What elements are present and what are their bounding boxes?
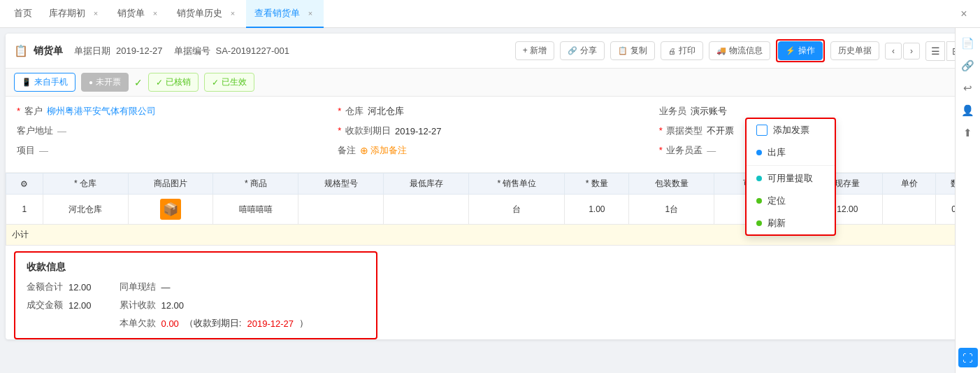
tab-home[interactable]: 首页 bbox=[6, 0, 41, 28]
warehouse-out-item[interactable]: 出库 bbox=[747, 141, 835, 164]
doc-number-label: 单据编号 SA-20191227-001 bbox=[174, 45, 290, 57]
staff-value: 演示账号 bbox=[691, 105, 727, 118]
ticket-type-value: 不开票 bbox=[707, 125, 734, 137]
history-button[interactable]: 历史单据 bbox=[830, 41, 879, 60]
col-spec: 规格型号 bbox=[298, 174, 384, 195]
col-product-img: 商品图片 bbox=[128, 174, 213, 195]
warehouse-out-icon bbox=[756, 150, 762, 155]
nav-arrows: ‹ › bbox=[885, 43, 920, 59]
same-order-settle-item: 同单现结 — bbox=[120, 281, 308, 293]
form-row-1: * 客户 柳州粤港平安气体有限公司 * 仓库 河北仓库 业务员 演示账号 bbox=[17, 105, 963, 118]
not-open-button[interactable]: ● 未开票 bbox=[81, 73, 129, 92]
window-close-button[interactable]: × bbox=[953, 3, 974, 24]
tab-view-sales[interactable]: 查看销货单 × bbox=[246, 0, 324, 28]
from-mobile-button[interactable]: 📱 来自手机 bbox=[14, 73, 75, 92]
deal-amount-value: 12.00 bbox=[69, 300, 92, 311]
share-button[interactable]: 🔗 分享 bbox=[560, 41, 605, 60]
col-product: * 商品 bbox=[213, 174, 298, 195]
payment-title: 收款信息 bbox=[27, 261, 365, 274]
sidebar-link-icon[interactable]: 🔗 bbox=[958, 56, 978, 76]
nav-next[interactable]: › bbox=[903, 43, 920, 59]
tab-inventory-init[interactable]: 库存期初 × bbox=[41, 0, 109, 28]
doc-actions: + 新增 🔗 分享 📋 复制 🖨 打印 🚚 物流信息 ⚡ 操作 bbox=[515, 39, 966, 62]
row-unit: 台 bbox=[469, 195, 565, 225]
copy-button[interactable]: 📋 复制 bbox=[610, 41, 655, 60]
col-min-stock: 最低库存 bbox=[384, 174, 469, 195]
add-invoice-icon bbox=[756, 125, 768, 136]
sidebar-upload-icon[interactable]: ⬆ bbox=[958, 123, 978, 143]
print-button[interactable]: 🖨 打印 bbox=[661, 41, 703, 60]
sidebar-user-icon[interactable]: 👤 bbox=[958, 101, 978, 120]
same-order-settle-value: — bbox=[161, 282, 171, 293]
doc-type-label: 销货单 bbox=[34, 45, 63, 57]
customer-field: * 客户 柳州粤港平安气体有限公司 bbox=[17, 105, 321, 118]
checked-badge: ✓ 已核销 bbox=[148, 73, 199, 92]
toolbar-row: 📱 来自手机 ● 未开票 ✓ ✓ 已核销 ✓ 已生效 bbox=[6, 69, 974, 97]
effective-badge: ✓ 已生效 bbox=[204, 73, 254, 92]
this-order-due-item: 本单欠款 0.00 （收款到期日: 2019-12-27 ） bbox=[120, 317, 308, 330]
col-pack-qty: 包装数量 bbox=[629, 174, 714, 195]
col-warehouse: * 仓库 bbox=[43, 174, 128, 195]
tab-sales-history-label: 销货单历史 bbox=[177, 7, 222, 20]
add-invoice-item[interactable]: 添加发票 bbox=[747, 119, 835, 141]
col-gear[interactable]: ⚙ bbox=[6, 174, 43, 195]
doc-meta: 单据日期 2019-12-27 单据编号 SA-20191227-001 bbox=[74, 45, 289, 57]
list-view-button[interactable]: ☰ bbox=[925, 41, 945, 61]
tab-sales-history[interactable]: 销货单历史 × bbox=[168, 0, 246, 28]
operations-highlight: ⚡ 操作 bbox=[776, 39, 825, 62]
row-min-stock bbox=[384, 195, 469, 225]
tab-sales-order-close[interactable]: × bbox=[150, 8, 160, 18]
this-order-due-date: 2019-12-27 bbox=[247, 318, 294, 329]
tab-view-sales-label: 查看销货单 bbox=[254, 7, 300, 20]
operations-button[interactable]: ⚡ 操作 bbox=[778, 41, 823, 60]
payment-rows: 金额合计 12.00 成交金额 12.00 同单现结 — 累计收款 12.00 bbox=[27, 281, 365, 330]
doc-icon: 📋 bbox=[14, 44, 28, 57]
tab-sales-order[interactable]: 销货单 × bbox=[109, 0, 168, 28]
due-date-field: * 收款到期日 2019-12-27 bbox=[338, 125, 642, 137]
confirm-area: ✓ bbox=[134, 77, 143, 88]
this-order-due-note: （收款到期日: bbox=[185, 317, 242, 330]
payment-col-left: 金额合计 12.00 成交金额 12.00 bbox=[27, 281, 92, 330]
tab-sales-history-close[interactable]: × bbox=[228, 8, 238, 18]
operations-dropdown: 添加发票 出库 可用量提取 定位 刷新 bbox=[745, 118, 836, 236]
right-sidebar: 📄 🔗 ↩ 👤 ⬆ ⛶ bbox=[955, 28, 980, 345]
product-image: 📦 bbox=[160, 199, 181, 220]
salesperson-value: — bbox=[707, 146, 716, 156]
new-button[interactable]: + 新增 bbox=[515, 41, 554, 60]
dropdown-divider-1 bbox=[747, 165, 835, 166]
staff-field: 业务员 演示账号 bbox=[659, 105, 963, 118]
quantity-fetch-item[interactable]: 可用量提取 bbox=[747, 167, 835, 190]
this-order-due-value: 0.00 bbox=[161, 318, 179, 329]
doc-title-area: 📋 销货单 bbox=[14, 44, 63, 57]
payment-section: 收款信息 金额合计 12.00 成交金额 12.00 同单现结 — 累计收款 bbox=[14, 251, 377, 339]
address-value: — bbox=[57, 126, 66, 136]
note-field: 备注 ⊕ 添加备注 bbox=[338, 144, 642, 157]
customer-value[interactable]: 柳州粤港平安气体有限公司 bbox=[47, 105, 156, 118]
refresh-item[interactable]: 刷新 bbox=[747, 212, 835, 234]
sidebar-doc-icon[interactable]: 📄 bbox=[958, 34, 978, 53]
tab-sales-order-label: 销货单 bbox=[117, 7, 145, 20]
row-price bbox=[882, 195, 936, 225]
logistics-button[interactable]: 🚚 物流信息 bbox=[709, 41, 770, 60]
locate-item[interactable]: 定位 bbox=[747, 190, 835, 212]
doc-date-label: 单据日期 2019-12-27 bbox=[74, 45, 163, 57]
tab-view-sales-close[interactable]: × bbox=[305, 8, 315, 18]
warehouse-value: 河北仓库 bbox=[368, 105, 404, 118]
amount-total-value: 12.00 bbox=[69, 282, 92, 293]
tab-inventory-init-close[interactable]: × bbox=[91, 8, 101, 18]
warehouse-field: * 仓库 河北仓库 bbox=[338, 105, 642, 118]
col-price: 单价 bbox=[882, 174, 936, 195]
row-img: 📦 bbox=[128, 195, 213, 225]
col-qty: * 数量 bbox=[565, 174, 629, 195]
sidebar-return-icon[interactable]: ↩ bbox=[958, 78, 978, 98]
nav-prev[interactable]: ‹ bbox=[885, 43, 902, 59]
document-area: 📋 销货单 单据日期 2019-12-27 单据编号 SA-20191227-0… bbox=[6, 34, 974, 339]
col-unit: * 销售单位 bbox=[469, 174, 565, 195]
add-note-button[interactable]: ⊕ 添加备注 bbox=[360, 144, 407, 157]
cumulative-collection-item: 累计收款 12.00 bbox=[120, 299, 308, 311]
amount-total-item: 金额合计 12.00 bbox=[27, 281, 92, 293]
quantity-fetch-icon bbox=[756, 176, 762, 181]
deal-amount-item: 成交金额 12.00 bbox=[27, 299, 92, 311]
project-value: — bbox=[39, 146, 48, 156]
row-warehouse: 河北仓库 bbox=[43, 195, 128, 225]
